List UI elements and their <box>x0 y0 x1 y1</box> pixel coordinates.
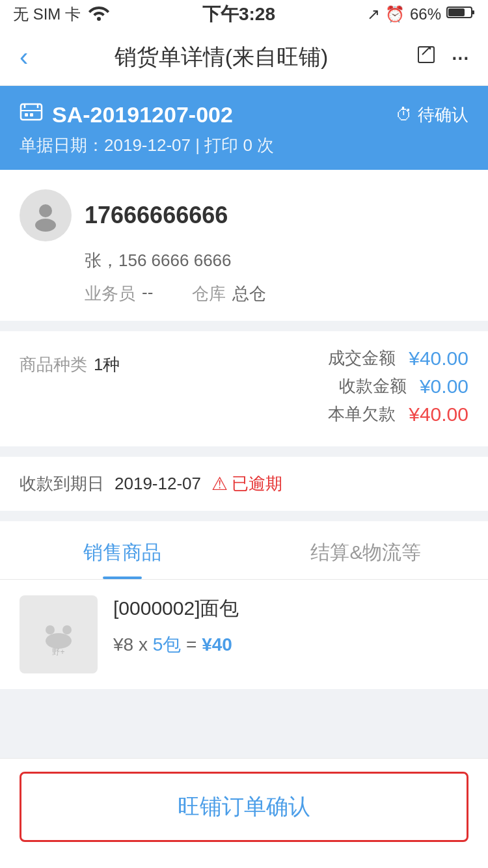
product-info: [0000002]面包 ¥8 x 5包 = ¥40 <box>113 595 468 657</box>
deal-value: ¥40.00 <box>409 347 468 370</box>
nav-actions: ··· <box>414 42 468 72</box>
salesman-value: -- <box>142 282 153 305</box>
customer-meta: 业务员 -- 仓库 总仓 <box>20 282 468 305</box>
svg-point-8 <box>35 219 56 232</box>
svg-rect-6 <box>30 113 33 116</box>
nav-bar: ‹ 销货单详情(来自旺铺) ··· <box>0 29 488 86</box>
warehouse-label: 仓库 <box>192 282 226 305</box>
battery-text: 66% <box>410 5 441 23</box>
status-left: 无 SIM 卡 <box>13 4 111 25</box>
warehouse-value: 总仓 <box>232 282 266 305</box>
owed-value: ¥40.00 <box>409 403 468 426</box>
product-name: [0000002]面包 <box>113 595 468 622</box>
product-qty: 5包 <box>153 634 182 655</box>
summary-amounts: 成交金额 ¥40.00 收款金额 ¥0.00 本单欠款 ¥40.00 <box>328 347 468 431</box>
battery-icon <box>446 5 475 23</box>
svg-point-7 <box>39 204 52 217</box>
customer-name: 张，156 6666 6666 <box>20 249 468 272</box>
customer-section: 17666666666 张，156 6666 6666 业务员 -- 仓库 总仓 <box>0 170 488 321</box>
more-icon[interactable]: ··· <box>451 42 468 72</box>
tab-sales-goods[interactable]: 销售商品 <box>0 521 244 579</box>
product-thumbnail: 野+ <box>20 595 98 673</box>
wifi-icon <box>87 4 111 25</box>
salesman-label: 业务员 <box>85 282 135 305</box>
warning-icon: ⚠ <box>211 473 228 495</box>
customer-phone: 17666666666 <box>85 202 228 229</box>
tab-settlement[interactable]: 结算&物流等 <box>244 521 488 579</box>
svg-point-11 <box>46 633 72 649</box>
bottom-button-area: 旺铺订单确认 <box>0 758 488 868</box>
overdue-badge: ⚠ 已逾期 <box>211 472 282 495</box>
svg-text:野+: 野+ <box>52 647 64 657</box>
status-right: ↗ ⏰ 66% <box>367 5 475 23</box>
sim-status: 无 SIM 卡 <box>13 4 81 25</box>
svg-point-10 <box>62 625 72 634</box>
price-value: ¥8 <box>113 634 133 655</box>
product-list: 野+ [0000002]面包 ¥8 x 5包 = ¥40 <box>0 580 488 689</box>
tabs-section: 销售商品 结算&物流等 野+ [0000002]面包 ¥8 x 5包 = <box>0 521 488 689</box>
status-bar: 无 SIM 卡 下午3:28 ↗ ⏰ 66% <box>0 0 488 29</box>
due-date-value: 2019-12-07 <box>115 474 201 494</box>
deal-label: 成交金额 <box>328 347 396 370</box>
back-button[interactable]: ‹ <box>20 42 28 72</box>
svg-rect-2 <box>448 8 465 16</box>
share-icon[interactable] <box>414 43 438 72</box>
clock-icon: ⏱ <box>396 105 413 125</box>
svg-rect-3 <box>418 47 434 62</box>
overdue-text: 已逾期 <box>232 472 282 495</box>
summary-section: 商品种类 1种 成交金额 ¥40.00 收款金额 ¥0.00 本单欠款 ¥40.… <box>0 331 488 446</box>
page-title: 销货单详情(来自旺铺) <box>115 42 329 72</box>
order-status: ⏱ 待确认 <box>396 103 468 126</box>
price-multiply: x <box>139 634 153 655</box>
avatar <box>20 189 72 241</box>
order-id: SA-20191207-002 <box>20 102 233 128</box>
owed-label: 本单欠款 <box>328 403 396 426</box>
order-icon <box>20 102 43 128</box>
svg-point-9 <box>46 625 55 634</box>
order-header: SA-20191207-002 ⏱ 待确认 单据日期：2019-12-07 | … <box>0 86 488 170</box>
goods-type: 商品种类 1种 <box>20 353 120 376</box>
collection-label: 收款金额 <box>339 375 407 398</box>
confirm-button[interactable]: 旺铺订单确认 <box>20 772 468 842</box>
svg-rect-1 <box>472 10 474 14</box>
alarm-icon: ⏰ <box>385 5 405 23</box>
product-item: 野+ [0000002]面包 ¥8 x 5包 = ¥40 <box>20 595 468 673</box>
product-total: ¥40 <box>202 634 232 655</box>
goods-type-value: 1种 <box>94 353 120 376</box>
tabs-header: 销售商品 结算&物流等 <box>0 521 488 580</box>
order-date: 单据日期：2019-12-07 | 打印 0 次 <box>20 134 468 157</box>
goods-type-label: 商品种类 <box>20 353 87 376</box>
svg-rect-5 <box>25 113 28 116</box>
status-time: 下午3:28 <box>202 2 275 27</box>
price-equals: = <box>186 634 202 655</box>
location-icon: ↗ <box>367 5 380 23</box>
due-date-label: 收款到期日 <box>20 472 104 495</box>
collection-value: ¥0.00 <box>420 375 468 398</box>
product-price: ¥8 x 5包 = ¥40 <box>113 632 468 657</box>
due-section: 收款到期日 2019-12-07 ⚠ 已逾期 <box>0 457 488 511</box>
